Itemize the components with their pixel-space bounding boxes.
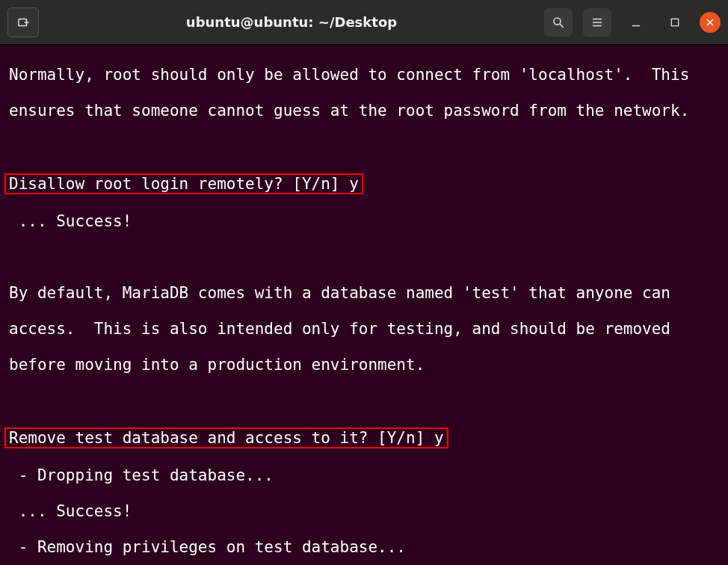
output-line: ... Success! (9, 212, 728, 230)
titlebar: ubuntu@ubuntu: ~/Desktop (0, 0, 728, 45)
output-line: Disallow root login remotely? [Y/n] y (9, 173, 728, 194)
window-title: ubuntu@ubuntu: ~/Desktop (39, 14, 544, 30)
highlight-box: Disallow root login remotely? [Y/n] y (4, 173, 363, 194)
close-button[interactable] (700, 12, 721, 33)
minimize-button[interactable] (622, 8, 650, 37)
output-line: before moving into a production environm… (9, 356, 728, 374)
output-line: - Dropping test database... (9, 466, 728, 484)
output-line (9, 138, 728, 155)
output-line: ensures that someone cannot guess at the… (9, 102, 728, 120)
output-line: Remove test database and access to it? [… (9, 427, 728, 448)
output-line (9, 392, 728, 410)
highlight-box: Remove test database and access to it? [… (4, 427, 448, 448)
output-line: By default, MariaDB comes with a databas… (9, 284, 728, 302)
terminal-output[interactable]: Normally, root should only be allowed to… (0, 45, 728, 565)
output-line: - Removing privileges on test database..… (9, 538, 728, 556)
svg-point-3 (554, 18, 561, 25)
svg-rect-9 (671, 19, 678, 25)
output-line: Normally, root should only be allowed to… (9, 66, 728, 84)
output-line: access. This is also intended only for t… (9, 320, 728, 338)
svg-line-4 (560, 24, 564, 28)
search-button[interactable] (544, 8, 573, 37)
new-tab-button[interactable] (7, 7, 39, 37)
hamburger-menu-button[interactable] (583, 8, 611, 37)
maximize-button[interactable] (661, 8, 689, 37)
output-line: ... Success! (9, 502, 728, 520)
output-line (9, 248, 728, 266)
